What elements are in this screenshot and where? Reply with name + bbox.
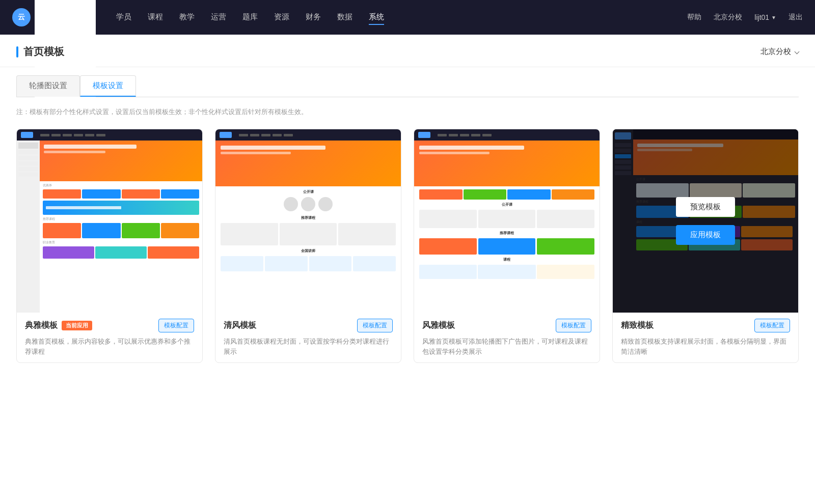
navigation: 云 云朵课堂 教育机构一站式服务云平台 学员 课程 教学 运营 题库 资源 财务…: [0, 0, 815, 35]
nav-item-students[interactable]: 学员: [116, 10, 131, 25]
template-preview-1[interactable]: 优惠券 推荐课程: [17, 129, 202, 313]
note-text: 注：模板有部分个性化样式设置，设置后仅当前模板生效；非个性化样式设置后针对所有模…: [16, 107, 799, 117]
logo-icon: 云: [12, 8, 31, 26]
tabs: 轮播图设置 模板设置: [16, 75, 799, 97]
card-footer-3: 风雅模板 模板配置 风雅首页模板可添加轮播图下广告图片，可对课程及课程包设置学科…: [414, 313, 600, 362]
tab-template[interactable]: 模板设置: [80, 75, 136, 97]
preview-template-button-4[interactable]: 预览模板: [676, 197, 735, 217]
template-card-2: 公开课 推荐课程 全: [215, 129, 401, 363]
config-button-1[interactable]: 模板配置: [158, 319, 194, 332]
config-button-2[interactable]: 模板配置: [357, 319, 393, 332]
template-desc-3: 风雅首页模板可添加轮播图下广告图片，可对课程及课程包设置学科分类展示: [422, 337, 591, 356]
branch-selector[interactable]: 北京分校: [760, 47, 799, 57]
page-header: 首页模板 北京分校: [0, 35, 815, 67]
nav-item-questions[interactable]: 题库: [242, 10, 258, 25]
user-menu[interactable]: lijt01 ▼: [754, 13, 776, 21]
card-footer-4: 精致模板 模板配置 精致首页模板支持课程展示封面，各模板分隔明显，界面简洁清晰: [613, 313, 798, 362]
nav-item-resources[interactable]: 资源: [274, 10, 289, 25]
template-card-4: 公开课 推荐课程 课: [612, 129, 799, 363]
template-grid: 优惠券 推荐课程: [0, 129, 815, 383]
page-title: 首页模板: [23, 45, 64, 59]
template-preview-3[interactable]: 公开课 推荐课程 课: [414, 129, 600, 313]
nav-item-teaching[interactable]: 教学: [179, 10, 195, 25]
title-accent-bar: [16, 46, 18, 58]
config-button-4[interactable]: 模板配置: [754, 319, 790, 332]
nav-item-data[interactable]: 数据: [337, 10, 352, 25]
template-desc-1: 典雅首页模板，展示内容较多，可以展示优惠券和多个推荐课程: [25, 337, 194, 356]
help-link[interactable]: 帮助: [687, 13, 701, 22]
template-preview-2[interactable]: 公开课 推荐课程 全: [215, 129, 401, 313]
tab-divider: [16, 97, 799, 97]
template-preview-4[interactable]: 公开课 推荐课程 课: [613, 129, 798, 313]
template-card-3: 公开课 推荐课程 课: [414, 129, 600, 363]
template-name-1: 典雅模板: [25, 320, 58, 331]
nav-right: 帮助 北京分校 lijt01 ▼ 退出: [687, 13, 803, 22]
card-footer-1: 典雅模板 当前应用 模板配置 典雅首页模板，展示内容较多，可以展示优惠券和多个推…: [17, 313, 202, 362]
branch-name[interactable]: 北京分校: [714, 13, 742, 22]
template-card-1: 优惠券 推荐课程: [16, 129, 203, 363]
chevron-down-icon: [795, 49, 800, 54]
config-button-3[interactable]: 模板配置: [556, 319, 591, 332]
current-badge-1: 当前应用: [62, 321, 92, 330]
template-name-3: 风雅模板: [422, 320, 455, 331]
hover-overlay-4: 预览模板 应用模板: [613, 129, 798, 313]
page-title-wrap: 首页模板: [16, 45, 64, 59]
apply-template-button-4[interactable]: 应用模板: [676, 225, 735, 245]
tab-carousel[interactable]: 轮播图设置: [16, 75, 80, 97]
main-content: 首页模板 北京分校 轮播图设置 模板设置 注：模板有部分个性化样式设置，设置后仅…: [0, 35, 815, 504]
nav-menu: 学员 课程 教学 运营 题库 资源 财务 数据 系统: [116, 10, 687, 25]
tabs-container: 轮播图设置 模板设置: [0, 75, 815, 97]
nav-item-system[interactable]: 系统: [369, 10, 384, 25]
template-desc-2: 清风首页模板课程无封面，可设置按学科分类对课程进行展示: [224, 337, 393, 356]
template-desc-4: 精致首页模板支持课程展示封面，各模板分隔明显，界面简洁清晰: [621, 337, 790, 356]
card-footer-2: 清风模板 模板配置 清风首页模板课程无封面，可设置按学科分类对课程进行展示: [215, 313, 401, 362]
nav-item-finance[interactable]: 财务: [306, 10, 321, 25]
template-name-4: 精致模板: [621, 320, 654, 331]
logout-button[interactable]: 退出: [789, 13, 803, 22]
nav-item-operations[interactable]: 运营: [211, 10, 226, 25]
nav-item-courses[interactable]: 课程: [148, 10, 163, 25]
template-name-2: 清风模板: [224, 320, 256, 331]
